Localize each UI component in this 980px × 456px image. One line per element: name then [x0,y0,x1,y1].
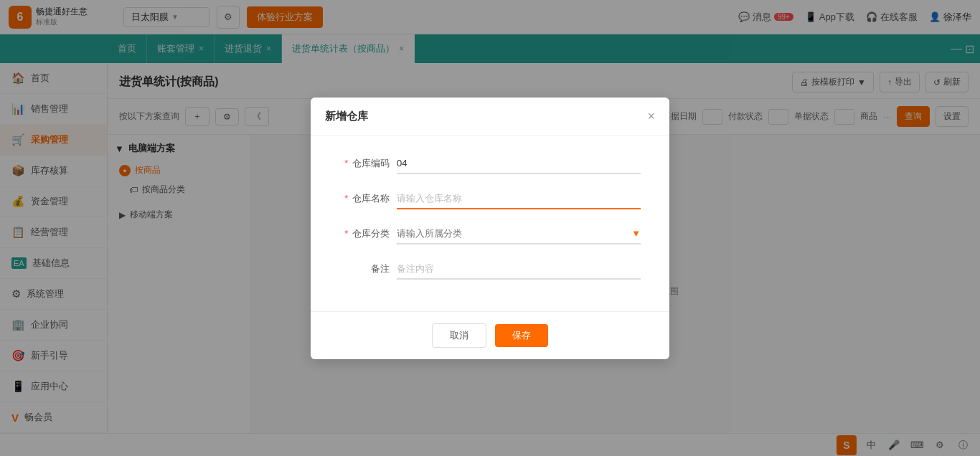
warehouse-code-input[interactable] [397,153,641,174]
note-label: 备注 [339,262,390,275]
save-button[interactable]: 保存 [495,324,548,347]
form-row-code: * 仓库编码 [339,153,641,174]
modal-overlay: 新增仓库 × * 仓库编码 * 仓库名称 [0,0,980,456]
category-select-wrap: ▼ [397,224,641,244]
modal-body: * 仓库编码 * 仓库名称 * 仓库分类 [311,136,669,311]
modal-title: 新增仓库 [325,110,368,123]
code-label: * 仓库编码 [339,157,390,170]
required-mark-category: * [344,228,348,239]
cancel-button[interactable]: 取消 [432,323,486,348]
warehouse-name-input[interactable] [397,189,641,209]
form-row-name: * 仓库名称 [339,189,641,209]
form-row-category: * 仓库分类 ▼ [339,224,641,244]
name-label: * 仓库名称 [339,192,390,205]
add-warehouse-modal: 新增仓库 × * 仓库编码 * 仓库名称 [311,98,669,359]
required-mark-name: * [344,193,348,204]
warehouse-note-input[interactable] [397,259,641,280]
category-label: * 仓库分类 [339,227,390,240]
modal-close-button[interactable]: × [647,109,655,124]
modal-header: 新增仓库 × [311,98,669,136]
form-row-note: 备注 [339,259,641,280]
required-mark-code: * [344,158,348,168]
warehouse-category-input[interactable] [397,228,631,239]
category-dropdown-icon[interactable]: ▼ [631,228,641,239]
modal-footer: 取消 保存 [311,311,669,359]
